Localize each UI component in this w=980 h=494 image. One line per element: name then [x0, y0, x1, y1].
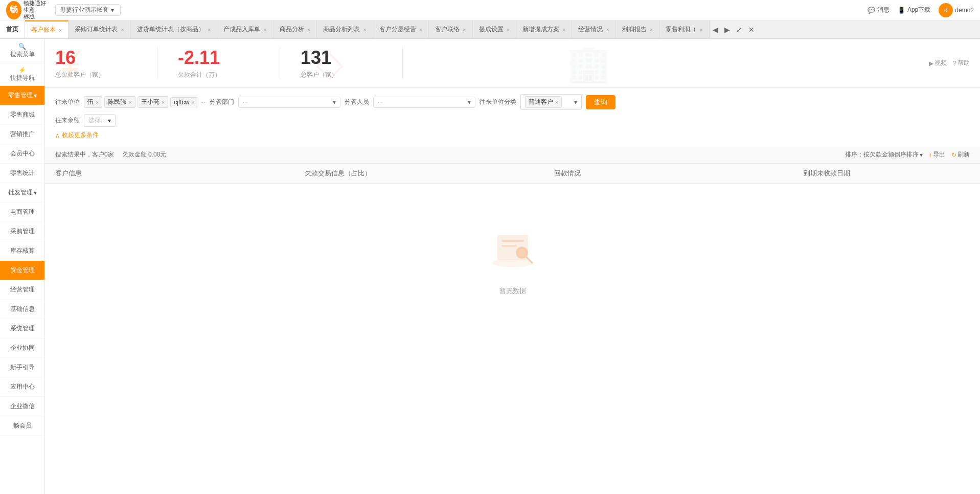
svg-rect-3 [502, 245, 517, 247]
sort-icon: ▾ [920, 151, 923, 159]
app-download-btn[interactable]: 📱 App下载 [898, 6, 930, 14]
close-tab-profit[interactable]: × [650, 27, 653, 33]
help-link[interactable]: ? 帮助 [953, 59, 970, 68]
col-debt-info: 欠款交易信息（占比） [305, 169, 554, 178]
user-menu[interactable]: d demo2 [939, 3, 974, 17]
chevron-icon: ▾ [34, 92, 37, 99]
close-tab-ops[interactable]: × [606, 27, 609, 33]
sidebar-item-purchase[interactable]: 采购管理 [0, 222, 44, 241]
tab-incoming-stats[interactable]: 进货单统计表（按商品） × [131, 20, 217, 39]
sidebar-item-ecommerce[interactable]: 电商管理 [0, 203, 44, 222]
remove-tag-chen[interactable]: × [128, 99, 131, 105]
unit-label: 往来单位 [55, 98, 80, 106]
sidebar-item-enterprise-wechat[interactable]: 企业微信 [0, 397, 44, 416]
tab-improve-settings[interactable]: 提成设置 × [473, 20, 516, 39]
filter-tag-chen: 陈民强 × [104, 96, 135, 108]
tab-customer-contact[interactable]: 客户联络 × [429, 20, 472, 39]
sidebar-item-member[interactable]: 会员中心 [0, 144, 44, 164]
close-tab-retail[interactable]: × [699, 27, 702, 33]
close-tab-purchase[interactable]: × [121, 27, 124, 33]
close-tab-analysis-list[interactable]: × [363, 27, 366, 33]
dept-dropdown-icon: ▾ [333, 99, 336, 106]
tab-close-all[interactable]: ✕ [745, 20, 758, 39]
account-selector[interactable]: 母婴行业演示帐套 ▾ [55, 4, 121, 16]
close-tab-contact[interactable]: × [463, 27, 466, 33]
video-link[interactable]: ▶ 视频 [929, 59, 947, 68]
top-right-area: 💬 消息 📱 App下载 d demo2 [868, 3, 974, 17]
filter-tag-wang: 王小亮 × [138, 96, 168, 108]
message-btn[interactable]: 💬 消息 [868, 6, 890, 14]
sidebar-item-new-guide[interactable]: 新手引导 [0, 358, 44, 377]
tab-profit-report[interactable]: 利润报告 × [616, 20, 659, 39]
person-dropdown-icon: ▾ [468, 99, 471, 106]
balance-dropdown-icon: ▾ [108, 117, 111, 124]
close-tab-analysis[interactable]: × [307, 27, 310, 33]
sidebar-item-enterprise-coop[interactable]: 企业协同 [0, 339, 44, 358]
tab-maximize[interactable]: ⤢ [733, 20, 745, 39]
remove-tag-wang[interactable]: × [162, 99, 165, 105]
play-icon: ▶ [929, 60, 933, 67]
sidebar-item-wholesale[interactable]: 批发管理 ▾ [0, 183, 44, 203]
close-tab-new-improve[interactable]: × [562, 27, 565, 33]
sidebar-item-operations[interactable]: 经营管理 [0, 280, 44, 300]
sort-label: 排序：按欠款金额倒序排序 [845, 150, 919, 159]
filter-row-1: 往来单位 伍 × 陈民强 × 王小亮 × cjttcw [55, 94, 970, 110]
tab-nav-right[interactable]: ▶ [721, 20, 733, 39]
sidebar-item-retail-mall[interactable]: 零售商城 [0, 105, 44, 125]
remove-tag-normal[interactable]: × [555, 99, 558, 105]
filter-tag-normal-customer: 普通客户 × [525, 96, 562, 108]
tab-nav-left[interactable]: ◀ [710, 20, 721, 39]
close-tab-accounts[interactable]: × [59, 27, 62, 33]
sidebar-item-retail-stats[interactable]: 零售统计 [0, 164, 44, 183]
unit-class-dropdown-icon: ▾ [574, 99, 577, 106]
sidebar-item-quick-nav[interactable]: ⚡ 快捷导航 [0, 63, 44, 86]
search-result-text: 搜索结果中，客户0家 [55, 150, 114, 159]
dept-select[interactable]: ··· ▾ [238, 97, 340, 108]
sidebar-item-system[interactable]: 系统管理 [0, 319, 44, 339]
person-select[interactable]: ··· ▾ [373, 97, 475, 108]
filter-more-btn[interactable]: ··· [200, 99, 206, 106]
sort-button[interactable]: 排序：按欠款金额倒序排序 ▾ [845, 150, 923, 159]
col-repayment: 回款情况 [554, 169, 804, 178]
message-icon: 💬 [868, 7, 875, 14]
tab-customer-segment[interactable]: 客户分层经营 × [373, 20, 429, 39]
tab-accounts[interactable]: 客户账本 × [25, 20, 69, 39]
unit-class-select[interactable]: 普通客户 × ▾ [520, 94, 582, 110]
tab-purchase-order[interactable]: 采购订单统计表 × [69, 20, 130, 39]
stat-block-3: 131 总客户（家） [301, 47, 403, 79]
sidebar-item-search[interactable]: 🔍 搜索菜单 [0, 39, 44, 63]
remove-tag-wu[interactable]: × [96, 99, 99, 105]
stat-block-1: 16 总欠款客户（家） [55, 47, 157, 79]
export-button[interactable]: ↑ 导出 [929, 150, 945, 159]
logo-icon: 畅 [6, 1, 21, 19]
remove-tag-cjttcw[interactable]: × [191, 99, 194, 105]
balance-select[interactable]: 选择... ▾ [84, 114, 116, 127]
sidebar-item-basic-info[interactable]: 基础信息 [0, 300, 44, 319]
top-bar: 畅 畅捷通好生意 标版 母婴行业演示帐套 ▾ 💬 消息 📱 App下载 d de… [0, 0, 980, 20]
sidebar-item-app-center[interactable]: 应用中心 [0, 377, 44, 397]
tab-product-analysis[interactable]: 商品分析 × [274, 20, 317, 39]
sidebar-item-capital[interactable]: 资金管理 [0, 261, 44, 280]
sidebar-item-vip[interactable]: 畅会员 [0, 416, 44, 436]
sidebar-item-inventory[interactable]: 库存核算 [0, 241, 44, 261]
close-tab-incoming[interactable]: × [208, 27, 211, 33]
tab-product-in[interactable]: 产成品入库单 × [217, 20, 273, 39]
tab-new-improve[interactable]: 新增提成方案 × [516, 20, 572, 39]
refresh-button[interactable]: ↻ 刷新 [951, 150, 970, 159]
sidebar-item-marketing[interactable]: 营销推广 [0, 125, 44, 144]
stat1-label: 总欠款客户（家） [55, 71, 104, 79]
tab-product-analysis-list[interactable]: 商品分析列表 × [317, 20, 373, 39]
close-tab-segment[interactable]: × [419, 27, 422, 33]
col-overdue-date: 到期未收款日期 [804, 169, 970, 178]
tab-retail-profit[interactable]: 零售利润（ × [659, 20, 709, 39]
close-tab-product-in[interactable]: × [263, 27, 266, 33]
stat3-value: 131 [301, 47, 331, 69]
refresh-icon: ↻ [951, 151, 956, 159]
svg-rect-2 [502, 240, 524, 242]
tab-operations[interactable]: 经营情况 × [572, 20, 616, 39]
sidebar-item-retail-mgmt[interactable]: 零售管理 ▾ [0, 86, 44, 105]
collapse-btn[interactable]: ∧ 收起更多条件 [55, 131, 970, 140]
close-tab-improve[interactable]: × [507, 27, 510, 33]
tab-home[interactable]: 首页 [0, 20, 25, 39]
query-button[interactable]: 查询 [586, 95, 616, 109]
